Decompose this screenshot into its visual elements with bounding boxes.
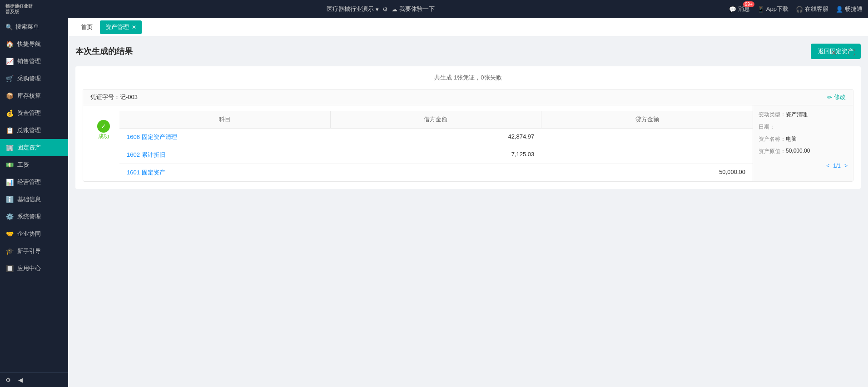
sidebar-item-ledger[interactable]: 📋 总账管理 xyxy=(0,122,68,139)
row2-credit xyxy=(541,146,753,164)
sidebar: 🔍 搜索菜单 🏠 快捷导航 📈 销售管理 🛒 采购管理 📦 库存核算 💰 资金管… xyxy=(0,18,68,387)
online-service-button[interactable]: 🎧 在线客服 xyxy=(796,5,828,13)
app-download-button[interactable]: 📱 App下载 xyxy=(757,5,789,13)
collapse-sidebar-icon[interactable]: ◀ xyxy=(18,377,23,383)
sidebar-item-collab[interactable]: 🤝 企业协同 xyxy=(0,225,68,243)
row1-debit: 42,874.97 xyxy=(331,129,542,146)
date-label: 日期： xyxy=(759,123,786,131)
sidebar-item-label: 经营管理 xyxy=(17,178,41,186)
sidebar-item-label: 基础信息 xyxy=(17,195,41,203)
system-icon: ⚙️ xyxy=(5,213,14,221)
asset-value-value: 50,000.00 xyxy=(786,148,810,155)
funds-icon: 💰 xyxy=(5,109,14,117)
success-label: 成功 xyxy=(98,133,109,140)
collab-icon: 🤝 xyxy=(5,230,14,238)
settings-gear-icon[interactable]: ⚙ xyxy=(382,6,388,13)
sidebar-item-label: 固定资产 xyxy=(17,144,41,152)
page-title: 本次生成的结果 xyxy=(75,46,133,57)
app-download-label: App下载 xyxy=(766,5,789,13)
sidebar-item-purchase[interactable]: 🛒 采购管理 xyxy=(0,70,68,87)
sidebar-item-system[interactable]: ⚙️ 系统管理 xyxy=(0,208,68,225)
table-row: 1606 固定资产清理 42,874.97 xyxy=(119,129,753,146)
purchase-icon: 🛒 xyxy=(5,74,14,83)
panel-top-actions: ✕ ⛶ xyxy=(824,44,861,62)
sidebar-item-apps[interactable]: 🔲 应用中心 xyxy=(0,260,68,277)
sales-icon: 📈 xyxy=(5,57,14,65)
panel-pagination: < 1/1 > xyxy=(759,163,848,169)
sidebar-item-label: 应用中心 xyxy=(17,264,41,273)
voucher-body: ✓ 成功 科目 借方金额 贷方金额 xyxy=(83,105,853,181)
sidebar-item-label: 企业协同 xyxy=(17,230,41,238)
tab-asset-management[interactable]: 资产管理 ✕ xyxy=(100,20,142,34)
experience-button[interactable]: ☁ 我要体验一下 xyxy=(392,5,435,13)
headset-icon: 🎧 xyxy=(796,6,803,13)
experience-label: 我要体验一下 xyxy=(399,5,435,13)
panel-date: 日期： xyxy=(759,123,848,131)
messages-badge: 99+ xyxy=(743,1,754,7)
inventory-icon: 📦 xyxy=(5,92,14,100)
guide-icon: 🎓 xyxy=(5,247,14,255)
success-icon: ✓ xyxy=(97,120,110,133)
sidebar-search[interactable]: 🔍 搜索菜单 xyxy=(0,18,68,35)
asset-value-label: 资产原值： xyxy=(759,148,786,155)
voucher-header: 凭证字号：记-003 ✏ 修改 xyxy=(83,89,853,105)
pagination-prev-icon[interactable]: < xyxy=(826,163,829,169)
home-icon: 🏠 xyxy=(5,40,14,48)
tab-close-icon[interactable]: ✕ xyxy=(132,24,136,30)
topbar-center: 医疗器械行业演示 ▾ ⚙ ☁ 我要体验一下 xyxy=(327,5,435,13)
sidebar-item-label: 库存核算 xyxy=(17,92,41,100)
online-service-label: 在线客服 xyxy=(805,5,828,13)
dropdown-arrow-icon: ▾ xyxy=(376,6,379,13)
sidebar-item-fixed-assets[interactable]: 🏢 固定资产 xyxy=(0,139,68,156)
cloud-icon: ☁ xyxy=(392,6,397,13)
table-header: 科目 借方金额 贷方金额 xyxy=(119,111,753,129)
row3-subject[interactable]: 1601 固定资产 xyxy=(119,164,331,181)
change-type-label: 变动类型： xyxy=(759,111,786,119)
message-icon: 💬 xyxy=(729,6,736,13)
username: 畅捷通 xyxy=(845,5,863,13)
fixed-assets-icon: 🏢 xyxy=(5,144,14,152)
user-menu[interactable]: 👤 畅捷通 xyxy=(836,5,863,13)
topbar-left: 畅捷通好业财 普及版 xyxy=(5,4,33,15)
company-dropdown[interactable]: 医疗器械行业演示 ▾ xyxy=(327,5,379,13)
sidebar-item-payroll[interactable]: 💵 工资 xyxy=(0,156,68,174)
tab-home-label: 首页 xyxy=(81,24,93,30)
company-name: 医疗器械行业演示 xyxy=(327,5,374,13)
sidebar-item-home[interactable]: 🏠 快捷导航 xyxy=(0,35,68,53)
row1-credit xyxy=(541,129,753,146)
sidebar-item-operations[interactable]: 📊 经营管理 xyxy=(0,174,68,191)
row2-subject[interactable]: 1602 累计折旧 xyxy=(119,146,331,164)
edit-voucher-button[interactable]: ✏ 修改 xyxy=(827,93,846,101)
result-summary: 共生成 1张凭证，0张失败 xyxy=(83,74,853,82)
pagination-next-icon[interactable]: > xyxy=(844,163,848,169)
messages-button[interactable]: 💬 消息 99+ xyxy=(729,5,750,13)
voucher-number: 凭证字号：记-003 xyxy=(90,93,138,101)
topbar: 畅捷通好业财 普及版 医疗器械行业演示 ▾ ⚙ ☁ 我要体验一下 💬 消息 99… xyxy=(0,0,868,18)
sidebar-item-basic-info[interactable]: ℹ️ 基础信息 xyxy=(0,191,68,208)
settings-bottom-icon[interactable]: ⚙ xyxy=(5,377,11,383)
sidebar-item-label: 采购管理 xyxy=(17,74,41,83)
sidebar-item-guide[interactable]: 🎓 新手引导 xyxy=(0,243,68,260)
close-panel-button[interactable]: ✕ xyxy=(824,44,843,62)
voucher-right-panel: 变动类型： 资产清理 日期： 资产名称： 电脑 xyxy=(753,105,853,181)
change-type-value: 资产清理 xyxy=(786,111,808,119)
panel-asset-name: 资产名称： 电脑 xyxy=(759,135,848,143)
sidebar-item-sales[interactable]: 📈 销售管理 xyxy=(0,53,68,70)
sidebar-item-label: 新手引导 xyxy=(17,247,41,255)
row1-subject[interactable]: 1606 固定资产清理 xyxy=(119,129,331,146)
asset-name-label: 资产名称： xyxy=(759,135,786,143)
sidebar-item-inventory[interactable]: 📦 库存核算 xyxy=(0,87,68,104)
pagination-info: 1/1 xyxy=(833,163,841,169)
tab-home[interactable]: 首页 xyxy=(75,20,98,34)
panel-change-type: 变动类型： 资产清理 xyxy=(759,111,848,119)
search-icon: 🔍 xyxy=(5,24,13,30)
ledger-icon: 📋 xyxy=(5,126,14,134)
page-header: 本次生成的结果 返回固定资产 xyxy=(75,44,861,59)
result-card: 共生成 1张凭证，0张失败 凭证字号：记-003 ✏ 修改 xyxy=(75,66,861,189)
sidebar-item-funds[interactable]: 💰 资金管理 xyxy=(0,104,68,122)
row3-debit xyxy=(331,164,542,181)
topbar-right: 💬 消息 99+ 📱 App下载 🎧 在线客服 👤 畅捷通 xyxy=(729,5,863,13)
table-row: 1602 累计折旧 7,125.03 xyxy=(119,146,753,164)
expand-panel-button[interactable]: ⛶ xyxy=(843,44,861,62)
voucher-section: 凭证字号：记-003 ✏ 修改 xyxy=(83,89,853,182)
